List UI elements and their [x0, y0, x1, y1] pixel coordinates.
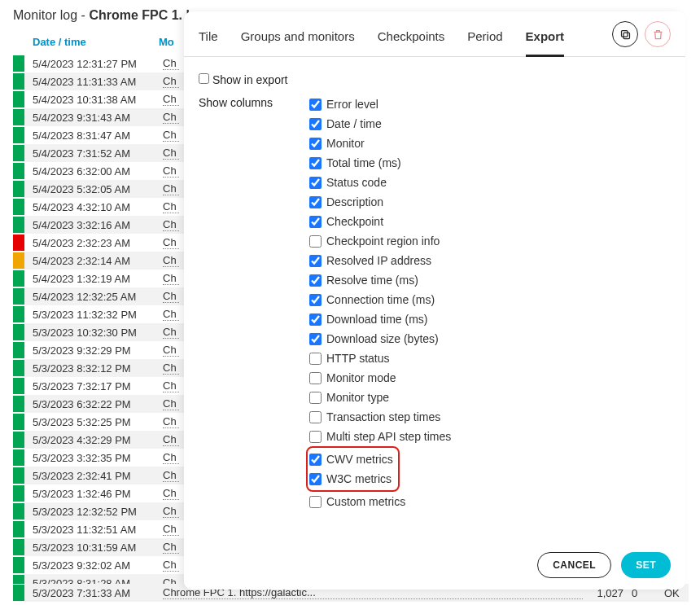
tab-checkpoints[interactable]: Checkpoints [378, 23, 445, 56]
column-header-monitor[interactable]: Mo [159, 36, 174, 48]
table-row[interactable]: 5/3/2023 9:32:02 AM Ch [13, 556, 184, 574]
column-header-datetime[interactable]: Date / time [33, 36, 159, 48]
table-row[interactable]: 5/3/2023 11:32:51 AM Ch [13, 520, 184, 538]
export-column-checkbox[interactable] [309, 496, 322, 508]
table-row[interactable]: 5/4/2023 6:32:00 AM Ch [13, 162, 184, 180]
table-row[interactable]: 5/3/2023 11:32:32 PM Ch [13, 305, 184, 323]
table-row[interactable]: 5/4/2023 4:32:10 AM Ch [13, 198, 184, 216]
trash-icon [652, 28, 664, 41]
table-row[interactable]: 5/3/2023 6:32:22 PM Ch [13, 395, 184, 413]
cell-datetime: 5/4/2023 5:32:05 AM [33, 183, 163, 195]
tab-period[interactable]: Period [467, 23, 502, 56]
export-column-checkbox[interactable] [309, 118, 322, 130]
tab-export[interactable]: Export [526, 23, 565, 57]
export-column-option[interactable]: Resolve time (ms) [309, 270, 671, 290]
status-indicator [13, 73, 24, 90]
export-column-label: Monitor [326, 137, 365, 150]
table-row[interactable]: 5/4/2023 2:32:23 AM Ch [13, 234, 184, 252]
table-row[interactable]: 5/3/2023 5:32:25 PM Ch [13, 413, 184, 431]
export-column-checkbox[interactable] [309, 138, 322, 150]
cell-datetime: 5/3/2023 8:32:12 PM [33, 362, 163, 375]
export-column-option[interactable]: Resolved IP address [309, 251, 671, 270]
export-column-checkbox[interactable] [309, 313, 322, 326]
table-row[interactable]: 5/4/2023 12:32:25 AM Ch [13, 287, 184, 305]
export-column-option[interactable]: Download time (ms) [309, 309, 671, 329]
export-column-option[interactable]: Status code [309, 173, 671, 192]
export-column-checkbox[interactable] [309, 177, 322, 189]
export-column-checkbox[interactable] [309, 157, 322, 169]
table-row[interactable]: 5/4/2023 5:32:05 AM Ch [13, 180, 184, 198]
export-column-option[interactable]: Description [309, 192, 671, 212]
table-row[interactable]: 5/3/2023 9:32:29 PM Ch [13, 341, 184, 359]
export-column-option[interactable]: Error level [309, 94, 671, 114]
export-column-checkbox[interactable] [309, 99, 322, 111]
export-column-option[interactable]: Monitor [309, 134, 671, 153]
table-row[interactable]: 5/3/2023 7:32:17 PM Ch [13, 377, 184, 395]
export-column-option[interactable]: W3C metrics [309, 469, 393, 489]
table-row[interactable]: 5/4/2023 3:32:16 AM Ch [13, 216, 184, 234]
export-column-checkbox[interactable] [309, 216, 322, 228]
table-row[interactable]: 5/3/2023 3:32:35 PM Ch [13, 449, 184, 467]
export-column-option[interactable]: Download size (bytes) [309, 329, 671, 349]
cell-monitor: Ch [163, 57, 179, 70]
table-row[interactable]: 5/3/2023 8:32:12 PM Ch [13, 359, 184, 377]
table-row[interactable]: 5/3/2023 1:32:46 PM Ch [13, 484, 184, 502]
export-column-option[interactable]: Monitor mode [309, 368, 671, 388]
tab-tile[interactable]: Tile [199, 23, 218, 56]
table-row[interactable]: 5/4/2023 9:31:43 AM Ch [13, 108, 184, 126]
table-row[interactable]: 5/4/2023 10:31:38 AM Ch [13, 90, 184, 108]
export-column-checkbox[interactable] [309, 353, 322, 365]
copy-button[interactable] [612, 21, 638, 47]
status-indicator [13, 55, 24, 72]
table-row[interactable]: 5/3/2023 12:32:52 PM Ch [13, 502, 184, 520]
export-column-option[interactable]: Custom metrics [309, 492, 671, 511]
export-column-label: Download time (ms) [326, 313, 427, 326]
export-column-option[interactable]: Transaction step times [309, 407, 671, 427]
export-column-option[interactable]: Checkpoint region info [309, 231, 671, 251]
table-row[interactable]: 5/4/2023 2:32:14 AM Ch [13, 252, 184, 270]
export-column-option[interactable]: Date / time [309, 114, 671, 134]
table-row[interactable]: 5/4/2023 8:31:47 AM Ch [13, 126, 184, 144]
export-column-checkbox[interactable] [309, 473, 322, 485]
export-column-option[interactable]: Connection time (ms) [309, 290, 671, 309]
export-column-option[interactable]: HTTP status [309, 349, 671, 368]
cell-monitor: Ch [163, 111, 179, 124]
delete-button[interactable] [645, 21, 671, 47]
cancel-button[interactable]: CANCEL [537, 552, 611, 578]
table-row[interactable]: 5/3/2023 2:32:41 PM Ch [13, 467, 184, 484]
export-column-checkbox[interactable] [309, 274, 322, 287]
export-column-option[interactable]: Monitor type [309, 388, 671, 407]
export-column-option[interactable]: Multi step API step times [309, 427, 671, 446]
export-column-checkbox[interactable] [309, 333, 322, 345]
export-column-option[interactable]: Checkpoint [309, 212, 671, 231]
export-column-checkbox[interactable] [309, 196, 322, 208]
export-column-option[interactable]: CWV metrics [309, 449, 393, 469]
export-column-checkbox[interactable] [309, 255, 322, 267]
export-column-checkbox[interactable] [309, 454, 322, 466]
show-in-export-input[interactable] [199, 73, 209, 84]
export-column-checkbox[interactable] [309, 235, 322, 248]
status-indicator [13, 449, 24, 466]
export-column-checkbox[interactable] [309, 372, 322, 384]
export-column-checkbox[interactable] [309, 411, 322, 423]
tab-groups-and-monitors[interactable]: Groups and monitors [241, 23, 355, 56]
table-row[interactable]: 5/4/2023 11:31:33 AM Ch [13, 72, 184, 90]
export-column-checkbox[interactable] [309, 431, 322, 443]
table-row[interactable]: 5/4/2023 7:31:52 AM Ch [13, 144, 184, 162]
cell-monitor: Ch [163, 541, 179, 554]
cell-monitor: Ch [163, 362, 179, 375]
table-row[interactable]: 5/3/2023 10:31:59 AM Ch [13, 538, 184, 556]
table-row[interactable]: 5/4/2023 1:32:19 AM Ch [13, 270, 184, 287]
table-row[interactable]: 5/4/2023 12:31:27 PM Ch [13, 55, 184, 72]
cell-datetime: 5/3/2023 10:32:30 PM [33, 327, 163, 339]
set-button[interactable]: SET [621, 552, 671, 578]
export-column-option[interactable]: Total time (ms) [309, 153, 671, 173]
cell-datetime: 5/4/2023 10:31:38 AM [33, 94, 163, 106]
table-row[interactable]: 5/3/2023 10:32:30 PM Ch [13, 323, 184, 341]
cell-datetime: 5/4/2023 8:31:47 AM [33, 129, 163, 142]
export-column-checkbox[interactable] [309, 294, 322, 306]
export-column-label: Resolved IP address [326, 254, 431, 267]
show-in-export-checkbox[interactable]: Show in export [199, 72, 309, 86]
table-row[interactable]: 5/3/2023 4:32:29 PM Ch [13, 431, 184, 449]
export-column-checkbox[interactable] [309, 392, 322, 404]
